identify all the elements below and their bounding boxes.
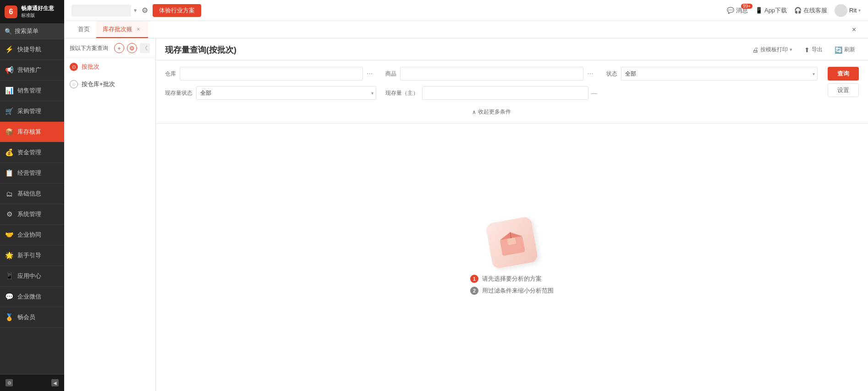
right-panel: 现存量查询(按批次) 🖨 按模板打印 ▾ ⬆ 导出 🔄 刷新 (156, 38, 868, 391)
marketing-icon: 📢 (5, 65, 14, 75)
product-label: 商品 (385, 70, 396, 78)
sidebar-item-sales[interactable]: 📊 销售管理 (0, 81, 64, 101)
empty-tips: 1 请先选择要分析的方案 2 用过滤条件来缩小分析范围 (470, 275, 554, 295)
sidebar-item-label: 企业协同 (17, 231, 41, 239)
filter-area: 仓库 ··· 商品 ··· (156, 60, 868, 124)
sidebar-item-member[interactable]: 🏅 畅会员 (0, 307, 64, 328)
sidebar-item-basic[interactable]: 🗂 基础信息 (0, 184, 64, 204)
app-download-action[interactable]: 📱 App下载 (755, 6, 787, 15)
set-button[interactable]: 设置 (828, 83, 859, 97)
inventory-qty-label: 现存量（主） (385, 89, 418, 97)
scheme-item-warehouse-batch[interactable]: ○ 按仓库+批次 (64, 76, 155, 93)
sidebar-item-label: 经营管理 (17, 169, 41, 177)
appcenter-icon: 📱 (5, 272, 14, 281)
scheme-settings-button[interactable]: ⚙ (127, 43, 137, 53)
topbar-search-input[interactable] (71, 5, 131, 16)
product-input[interactable] (400, 67, 583, 81)
query-button[interactable]: 查询 (828, 67, 859, 81)
scroll-down-btn[interactable]: ◀ (51, 379, 59, 386)
refresh-button[interactable]: 🔄 刷新 (831, 44, 859, 55)
sidebar-item-label: 快捷导航 (17, 45, 41, 54)
sidebar-header: 6 畅康通好生意 标准版 (0, 0, 64, 23)
left-panel-actions: + ⚙ 《 (114, 43, 150, 53)
print-button[interactable]: 🖨 按模板打印 ▾ (748, 44, 796, 55)
add-scheme-button[interactable]: + (114, 43, 124, 53)
tab-close-icon[interactable]: × (135, 26, 142, 33)
print-icon: 🖨 (752, 46, 758, 54)
sidebar-item-wechat[interactable]: 💬 企业微信 (0, 287, 64, 307)
sidebar-item-inventory[interactable]: 📦 库存核算 (0, 122, 64, 142)
panel-collapse-button[interactable]: 《 (140, 43, 150, 53)
filter-collapse-row[interactable]: ∧ 收起更多条件 (165, 105, 818, 117)
tip-1-text: 请先选择要分析的方案 (482, 275, 542, 283)
filter-buttons: 查询 设置 (828, 67, 859, 97)
topbar-dropdown-icon[interactable]: ▾ (134, 7, 137, 14)
purchase-icon: 🛒 (5, 107, 14, 116)
online-service-action[interactable]: 🎧 在线客服 (794, 6, 827, 15)
scheme-label-batch: 按批次 (82, 63, 99, 71)
trial-industry-button[interactable]: 体验行业方案 (153, 4, 201, 17)
status-field: 状态 全部 正常 停用 ▾ (606, 67, 818, 81)
filter-row-1: 仓库 ··· 商品 ··· (165, 67, 818, 81)
left-panel-header: 按以下方案查询 + ⚙ 《 (64, 38, 155, 58)
user-dropdown-icon: ▾ (858, 8, 861, 13)
sidebar-item-operation[interactable]: 📋 经营管理 (0, 163, 64, 184)
message-icon: 💬 (727, 7, 734, 14)
sidebar-search-menu[interactable]: 🔍 搜索菜单 (0, 23, 64, 39)
page-title: 现存量查询(按批次) (165, 44, 236, 60)
topbar-actions: 💬 消息 99+ 📱 App下载 🎧 在线客服 Rit ▾ (727, 4, 861, 17)
inventory-status-label: 现存量状态 (165, 89, 192, 97)
print-dropdown-icon[interactable]: ▾ (790, 47, 792, 53)
warehouse-input[interactable] (180, 67, 363, 81)
sidebar-item-label: 库存核算 (17, 128, 41, 136)
topbar-search-area: ▾ (71, 5, 137, 16)
sidebar-item-label: 新手引导 (17, 251, 41, 260)
product-dots[interactable]: ··· (583, 70, 597, 78)
sidebar-item-newbie[interactable]: 🌟 新手引导 (0, 245, 64, 266)
range-dash: — (591, 90, 597, 97)
system-icon: ⚙ (5, 210, 14, 219)
sidebar-item-system[interactable]: ⚙ 系统管理 (0, 204, 64, 225)
export-button[interactable]: ⬆ 导出 (801, 44, 826, 55)
warehouse-dots[interactable]: ··· (363, 70, 376, 78)
sidebar-item-enterprise[interactable]: 🤝 企业协同 (0, 225, 64, 245)
inventory-qty-range: — (422, 86, 597, 100)
tab-home[interactable]: 首页 (71, 21, 96, 38)
inventory-qty-start[interactable] (422, 86, 588, 100)
finance-icon: 💰 (5, 148, 14, 157)
sidebar-item-label: 企业微信 (17, 293, 41, 301)
sidebar-item-quicknav[interactable]: ⚡ 快捷导航 (0, 39, 64, 60)
status-select[interactable]: 全部 正常 停用 (621, 67, 818, 81)
messages-action[interactable]: 💬 消息 99+ (727, 6, 748, 15)
page-close-button[interactable]: × (847, 26, 861, 34)
sales-icon: 📊 (5, 86, 14, 95)
tip-num-2: 2 (470, 287, 478, 295)
left-panel: 按以下方案查询 + ⚙ 《 ⊙ 按批次 ○ 按仓库+批次 (64, 38, 156, 391)
sidebar-item-finance[interactable]: 💰 资金管理 (0, 142, 64, 163)
app-title-area: 畅康通好生意 标准版 (21, 5, 54, 19)
empty-state: 1 请先选择要分析的方案 2 用过滤条件来缩小分析范围 (156, 124, 868, 391)
sidebar-footer: ⚙ ◀ (0, 374, 64, 391)
status-select-wrapper: 全部 正常 停用 ▾ (621, 67, 818, 81)
empty-tip-2: 2 用过滤条件来缩小分析范围 (470, 287, 554, 295)
empty-icon-area (489, 220, 535, 266)
sidebar-item-purchase[interactable]: 🛒 采购管理 (0, 101, 64, 122)
sidebar-item-appcenter[interactable]: 📱 应用中心 (0, 266, 64, 287)
topbar-settings-icon[interactable]: ⚙ (142, 6, 148, 15)
tab-inventory-batch[interactable]: 库存批次账 × (96, 21, 148, 38)
sidebar-nav: ⚡ 快捷导航 📢 营销推广 📊 销售管理 🛒 采购管理 📦 库存核算 💰 资金管… (0, 39, 64, 374)
refresh-icon: 🔄 (835, 46, 842, 54)
left-panel-title: 按以下方案查询 (70, 44, 108, 52)
export-icon: ⬆ (804, 46, 810, 54)
empty-box-svg (493, 224, 530, 261)
username-label: Rit (849, 7, 857, 14)
warehouse-label: 仓库 (165, 70, 176, 78)
scroll-up-btn[interactable]: ⚙ (5, 379, 13, 386)
sidebar-item-marketing[interactable]: 📢 营销推广 (0, 60, 64, 81)
scheme-item-batch[interactable]: ⊙ 按批次 (64, 58, 155, 76)
title-actions: 🖨 按模板打印 ▾ ⬆ 导出 🔄 刷新 (748, 44, 859, 60)
tab-home-label: 首页 (78, 25, 90, 33)
inventory-status-select[interactable]: 全部 有库存 无库存 (196, 86, 376, 100)
user-avatar-action[interactable]: Rit ▾ (835, 4, 861, 17)
quicknav-icon: ⚡ (5, 45, 14, 54)
